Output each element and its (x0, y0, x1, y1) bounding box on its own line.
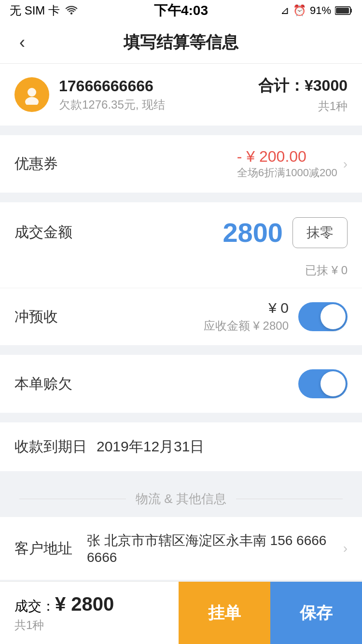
debit-section: 本单赊欠 (0, 355, 362, 413)
total-amount: 合计：¥3000 (258, 75, 348, 97)
deal-row: 成交金额 2800 抹零 (0, 202, 362, 263)
status-bar-time: 下午4:03 (154, 1, 208, 20)
prepay-right: ¥ 0 应收金额 ¥ 2800 (204, 300, 348, 334)
debit-toggle-knob (320, 371, 346, 396)
prepay-values: ¥ 0 应收金额 ¥ 2800 (204, 300, 289, 334)
prepay-row: 冲预收 ¥ 0 应收金额 ¥ 2800 (0, 288, 362, 345)
toggle-knob (320, 304, 346, 329)
round-button[interactable]: 抹零 (292, 217, 348, 248)
address-label: 客户地址 (14, 539, 72, 559)
bottom-summary: 成交：¥ 2800 共1种 (0, 593, 179, 633)
coupon-label: 优惠券 (14, 154, 58, 174)
address-section[interactable]: 客户地址 张 北京市市辖区海淀区永丰南 156 6666 6666 › (0, 517, 362, 580)
coupon-chevron-icon: › (343, 156, 348, 172)
battery-text: 91% (310, 4, 331, 17)
coupon-row[interactable]: 优惠券 - ¥ 200.00 全场6折满1000减200 › (0, 135, 362, 193)
customer-info: 17666666666 欠款1276.35元, 现结 (59, 77, 165, 112)
prepay-amount: ¥ 0 (204, 300, 289, 316)
total-sub: 共1种 (258, 98, 348, 114)
deal-section: 成交金额 2800 抹零 已抹 ¥ 0 冲预收 ¥ 0 应收金额 ¥ 2800 (0, 202, 362, 345)
address-chevron-icon: › (343, 541, 348, 556)
divider-right-line (236, 499, 343, 499)
customer-row: 17666666666 欠款1276.35元, 现结 合计：¥3000 共1种 (0, 64, 362, 126)
battery-icon (335, 6, 352, 15)
svg-rect-2 (336, 8, 349, 14)
prepay-label: 冲预收 (14, 307, 58, 327)
prepay-toggle[interactable] (298, 302, 348, 331)
nav-title: 填写结算等信息 (124, 31, 238, 54)
duedate-section: 收款到期日 2019年12月31日 (0, 422, 362, 471)
divider-left-line (19, 499, 126, 499)
coupon-amount: - ¥ 200.00 (237, 148, 337, 166)
svg-point-3 (28, 88, 36, 97)
back-button[interactable]: ‹ (14, 28, 30, 57)
status-bar-right: ⊿ ⏰ 91% (280, 4, 352, 17)
hang-button[interactable]: 挂单 (179, 582, 270, 644)
avatar (14, 77, 49, 112)
coupon-right: - ¥ 200.00 全场6折满1000减200 › (237, 148, 348, 180)
duedate-label: 收款到期日 (14, 437, 87, 457)
svg-point-4 (25, 97, 39, 105)
customer-left: 17666666666 欠款1276.35元, 现结 (14, 77, 165, 112)
save-button[interactable]: 保存 (270, 582, 362, 644)
divider-text: 物流 & 其他信息 (136, 490, 226, 507)
coupon-desc: 全场6折满1000减200 (237, 166, 337, 180)
debit-toggle[interactable] (298, 369, 348, 398)
deal-prefix: 成交： (14, 599, 55, 614)
status-bar-left: 无 SIM 卡 (10, 3, 78, 18)
bottom-amount: ¥ 2800 (55, 593, 114, 615)
deal-right: 2800 抹零 (223, 217, 348, 248)
customer-right: 合计：¥3000 共1种 (258, 75, 348, 114)
carrier-text: 无 SIM 卡 (10, 3, 60, 18)
duedate-value: 2019年12月31日 (97, 437, 204, 457)
prepay-receivable: 应收金额 ¥ 2800 (204, 318, 289, 334)
location-icon: ⊿ (280, 4, 289, 17)
deal-sub: 已抹 ¥ 0 (0, 263, 362, 288)
alarm-icon: ⏰ (293, 4, 306, 17)
deal-label: 成交金额 (14, 223, 72, 242)
address-value: 张 北京市市辖区海淀区永丰南 156 6666 6666 (87, 532, 343, 565)
wifi-icon (65, 4, 78, 17)
customer-sub: 欠款1276.35元, 现结 (59, 97, 165, 112)
bottom-deal-label: 成交：¥ 2800 (14, 593, 164, 616)
bottom-count: 共1种 (14, 617, 164, 633)
deal-amount: 2800 (223, 217, 283, 248)
debit-label: 本单赊欠 (14, 374, 72, 394)
bottom-bar: 成交：¥ 2800 共1种 挂单 保存 (0, 581, 362, 644)
section-divider: 物流 & 其他信息 (0, 481, 362, 517)
customer-phone: 17666666666 (59, 77, 165, 95)
svg-rect-1 (350, 9, 352, 13)
main-content: 17666666666 欠款1276.35元, 现结 合计：¥3000 共1种 … (0, 64, 362, 644)
nav-bar: ‹ 填写结算等信息 (0, 21, 362, 64)
status-bar: 无 SIM 卡 下午4:03 ⊿ ⏰ 91% (0, 0, 362, 21)
